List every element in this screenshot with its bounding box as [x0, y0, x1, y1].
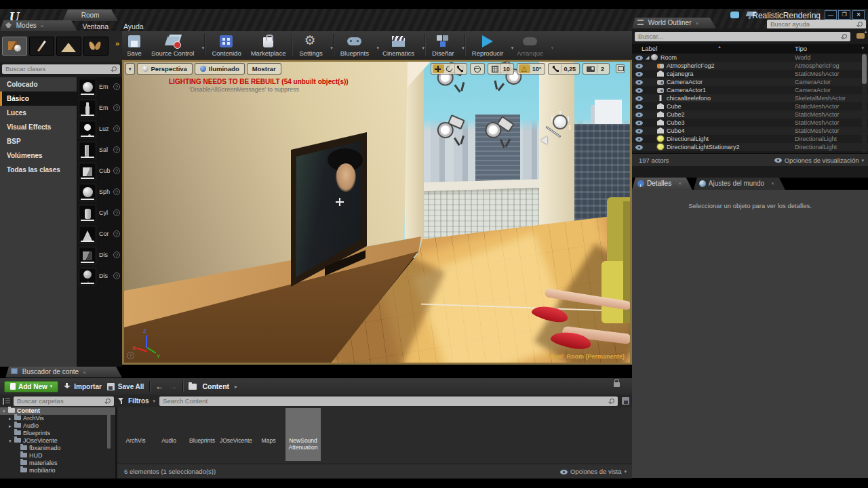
- toolbar-button[interactable]: Diseñar ▾: [427, 31, 463, 59]
- mode-place-button[interactable]: [2, 37, 27, 56]
- outliner-row[interactable]: Cube4 StaticMeshActor: [632, 127, 868, 135]
- placeable-item[interactable]: Sph: [77, 182, 122, 203]
- maximize-viewport-button[interactable]: [616, 64, 625, 73]
- chevron-down-icon[interactable]: ▾: [153, 399, 156, 404]
- outliner-row[interactable]: CameraActor CameraActor: [632, 78, 868, 86]
- outliner-row[interactable]: AtmosphericFog2 AtmosphericFog: [632, 62, 868, 70]
- camera-speed-button[interactable]: [585, 64, 597, 73]
- placeable-item[interactable]: Cyl: [77, 203, 122, 224]
- perspective-button[interactable]: Perspectiva: [137, 63, 193, 75]
- modes-category[interactable]: Básico: [0, 92, 77, 106]
- view-options-button[interactable]: Opciones de vista ▾: [560, 464, 627, 479]
- folder-tree-row[interactable]: fbxanimado: [0, 445, 115, 452]
- forward-arrow-icon[interactable]: →: [169, 380, 177, 392]
- viewport-options-button[interactable]: ▾: [125, 63, 135, 75]
- grid-snap-value[interactable]: 10: [500, 64, 512, 73]
- outliner-row[interactable]: CameraActor1 CameraActor: [632, 86, 868, 94]
- close-icon[interactable]: ×: [41, 23, 44, 29]
- column-label[interactable]: Label: [642, 45, 657, 52]
- folder-tree-row[interactable]: Blueprints: [0, 430, 115, 437]
- chevron-down-icon[interactable]: ▾: [202, 45, 205, 51]
- placeable-item[interactable]: Sal: [77, 140, 122, 161]
- outliner-row[interactable]: DirectionalLight DirectionalLight: [632, 135, 868, 143]
- help-icon[interactable]: [113, 272, 120, 279]
- toolbar-button[interactable]: Contenido ▾: [207, 31, 245, 59]
- close-button[interactable]: ✕: [852, 10, 865, 20]
- document-tab-room[interactable]: Room: [62, 9, 118, 21]
- outliner-search-input[interactable]: Buscar...: [635, 32, 850, 41]
- chevron-down-icon[interactable]: ▾: [462, 45, 465, 51]
- spotlight-sprite-icon[interactable]: [436, 115, 470, 148]
- feedback-bubble-icon[interactable]: [730, 12, 739, 18]
- close-icon[interactable]: ×: [771, 178, 774, 190]
- help-icon[interactable]: [113, 104, 120, 111]
- expand-arrow-icon[interactable]: ▾: [9, 437, 14, 445]
- chevron-down-icon[interactable]: ▾: [422, 45, 425, 51]
- asset-tile[interactable]: JOseVicente: [219, 408, 252, 461]
- create-camera-icon[interactable]: [856, 31, 867, 41]
- spotlight-sprite-icon[interactable]: [484, 116, 518, 150]
- outliner-row[interactable]: cajanegra StaticMeshActor: [632, 70, 868, 78]
- viewport-scene[interactable]: Z X Y Nivel: Room (Permanente): [124, 62, 630, 363]
- help-icon[interactable]: [113, 230, 120, 237]
- outliner-row[interactable]: Cube2 StaticMeshActor: [632, 110, 868, 119]
- outliner-row[interactable]: chicaalteelefono SkeletalMeshActor: [632, 94, 868, 102]
- asset-tile[interactable]: Audio: [153, 408, 185, 461]
- asset-tile[interactable]: Blueprints: [186, 408, 218, 461]
- sources-toggle-icon[interactable]: [3, 398, 9, 405]
- expand-arrow-icon[interactable]: ▾: [3, 407, 8, 415]
- toolbar-button[interactable]: Cinematics ▾: [378, 31, 423, 59]
- viewport-help-icon[interactable]: [127, 352, 134, 359]
- help-icon[interactable]: [113, 167, 120, 174]
- asset-tile[interactable]: ArchVis: [119, 408, 152, 461]
- directional-light-sprite-icon[interactable]: [543, 113, 580, 150]
- toolbar-button[interactable]: Arranque ▾: [512, 31, 552, 59]
- back-arrow-icon[interactable]: ←: [155, 380, 163, 392]
- filter-funnel-icon[interactable]: [118, 398, 124, 404]
- scale-snap-value[interactable]: 0,25: [561, 64, 578, 73]
- tab-world-outliner[interactable]: World Outliner×: [632, 18, 716, 28]
- modes-category[interactable]: BSP: [0, 134, 77, 148]
- outliner-view-options[interactable]: Opciones de visualización ▾: [774, 154, 864, 167]
- chevron-down-icon[interactable]: ▾: [861, 45, 864, 51]
- toolbar-button[interactable]: Blueprints ▾: [336, 31, 378, 59]
- level-viewport[interactable]: Z X Y Nivel: Room (Permanente) ▾ Perspec…: [122, 60, 632, 365]
- placeable-item[interactable]: Cub: [77, 161, 122, 182]
- content-search-input[interactable]: Search Content: [159, 396, 618, 406]
- classes-search-input[interactable]: Buscar clases: [2, 64, 120, 74]
- folder-tree-row[interactable]: ▾Content: [0, 407, 115, 415]
- mode-overflow-chevron[interactable]: »: [115, 39, 118, 47]
- details-tab[interactable]: Ajustes del mundo ×: [694, 178, 785, 190]
- save-search-icon[interactable]: [622, 397, 629, 405]
- toolbar-button[interactable]: Settings ▾: [294, 31, 331, 59]
- mode-foliage-button[interactable]: [83, 37, 108, 56]
- close-icon[interactable]: ×: [678, 178, 682, 190]
- outliner-row[interactable]: ◢ Room World: [632, 54, 868, 62]
- restore-button[interactable]: ❐: [838, 10, 850, 20]
- lit-mode-button[interactable]: Iluminado: [195, 63, 245, 75]
- expand-arrow-icon[interactable]: ▸: [9, 415, 14, 422]
- world-local-toggle[interactable]: [472, 64, 483, 73]
- asset-tile[interactable]: NewSound Attenuation: [285, 408, 321, 461]
- toolbar-button[interactable]: Marketplace ▾: [246, 31, 291, 59]
- tab-content-browser[interactable]: Buscador de conte×: [5, 367, 122, 378]
- details-tab[interactable]: Detalles ×: [632, 178, 692, 190]
- modes-category[interactable]: Todas las clases: [0, 163, 77, 177]
- folder-tree-row[interactable]: materiales: [0, 460, 115, 467]
- chevron-down-icon[interactable]: ▾: [330, 45, 333, 51]
- import-button[interactable]: Importar: [64, 380, 102, 392]
- minimize-button[interactable]: —: [825, 10, 837, 20]
- help-search-input[interactable]: Buscar ayuda: [767, 20, 866, 29]
- modes-category[interactable]: Colocado recientemente: [0, 77, 77, 92]
- help-icon[interactable]: [113, 188, 120, 195]
- toolbar-button[interactable]: Save ▾: [122, 31, 146, 59]
- placeable-item[interactable]: Em: [77, 98, 122, 119]
- folder-tree-row[interactable]: ▾JOseVicente: [0, 437, 115, 445]
- modes-category[interactable]: Volúmenes: [0, 148, 77, 163]
- help-icon[interactable]: [113, 146, 120, 153]
- mode-paint-button[interactable]: [29, 37, 54, 56]
- toolbar-button[interactable]: Source Control ▾: [146, 31, 203, 59]
- tree-scrollbar-thumb[interactable]: [107, 408, 111, 449]
- modes-category[interactable]: Visual Effects: [0, 120, 77, 134]
- add-new-button[interactable]: Add New▾: [4, 381, 58, 392]
